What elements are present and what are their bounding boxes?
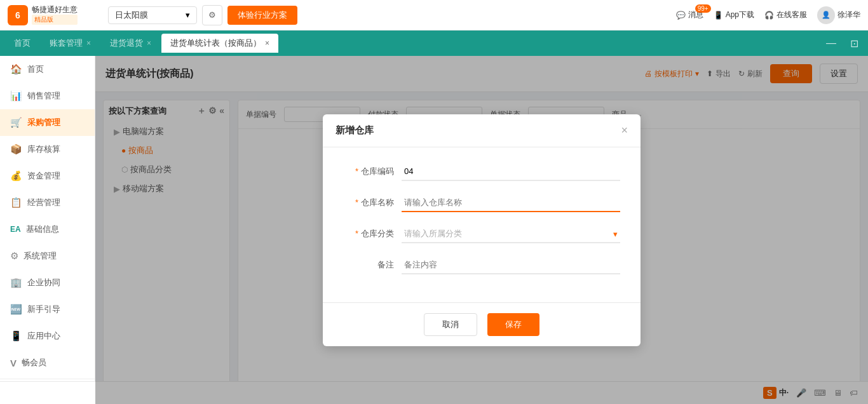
form-row-category: 仓库分类 请输入所属分类 ▾ [343, 225, 620, 243]
settings-icon[interactable]: ⚙ [202, 5, 222, 25]
headset-icon: 🎧 [764, 11, 774, 20]
save-button[interactable]: 保存 [487, 313, 539, 336]
logo-area: 6 畅捷通好生意 精品版 [8, 5, 103, 25]
store-selector[interactable]: 日太阳膜 ▾ [108, 6, 197, 24]
name-input[interactable] [402, 194, 620, 212]
remark-input[interactable] [402, 256, 620, 274]
form-row-remark: 备注 [343, 256, 620, 274]
guide-icon: 🆕 [10, 304, 22, 315]
sidebar-basic-label: 基础信息 [26, 224, 59, 235]
tab-minimize-btn[interactable]: — [822, 34, 840, 52]
top-right-area: 💬 消息 99+ 📱 App下载 🎧 在线客服 👤 徐泽华 [676, 6, 860, 24]
dialog-close-btn[interactable]: × [621, 125, 628, 136]
home-icon: 🏠 [10, 64, 22, 75]
logo-icon: 6 [8, 5, 28, 25]
sidebar: 🏠 首页 📊 销售管理 🛒 采购管理 📦 库存核算 💰 资金管理 📋 经营管理 … [0, 56, 95, 404]
modal-overlay: 新增仓库 × 仓库编码 仓库名称 仓库分类 [95, 56, 868, 404]
sidebar-member-label: 畅会员 [22, 357, 46, 368]
tab-home-label: 首页 [14, 37, 31, 49]
member-icon: V [10, 358, 17, 368]
sales-icon: 📊 [10, 90, 22, 102]
operations-icon: 📋 [10, 197, 22, 208]
tab-bar: 首页 账套管理 × 进货退货 × 进货单统计表（按商品） × — ⊡ [0, 30, 868, 56]
sidebar-item-home[interactable]: 🏠 首页 [0, 56, 95, 83]
sidebar-item-app[interactable]: 📱 应用中心 [0, 323, 95, 349]
sidebar-finance-label: 资金管理 [27, 170, 60, 182]
tab-purchase-stat-close[interactable]: × [265, 39, 269, 48]
main-layout: 🏠 首页 📊 销售管理 🛒 采购管理 📦 库存核算 💰 资金管理 📋 经营管理 … [0, 56, 868, 404]
tab-account-label: 账套管理 [50, 37, 83, 49]
online-service-item[interactable]: 🎧 在线客服 [764, 10, 807, 20]
purchase-icon: 🛒 [10, 117, 22, 128]
enterprise-icon: 🏢 [10, 277, 22, 288]
logo-name: 畅捷通好生意 [32, 5, 78, 15]
notification-badge: 99+ [695, 4, 711, 13]
dialog-title: 新增仓库 [336, 125, 374, 137]
sidebar-item-guide[interactable]: 🆕 新手引导 [0, 296, 95, 323]
message-icon: 💬 [676, 11, 686, 20]
sidebar-item-member[interactable]: V 畅会员 [0, 349, 95, 376]
sidebar-inventory-label: 库存核算 [27, 144, 60, 155]
notification-item[interactable]: 💬 消息 99+ [676, 10, 703, 20]
tab-purchase-return-label: 进货退货 [110, 37, 143, 49]
code-input[interactable] [402, 163, 620, 181]
sidebar-item-sales[interactable]: 📊 销售管理 [0, 83, 95, 109]
finance-icon: 💰 [10, 170, 22, 182]
sidebar-item-basic[interactable]: EA 基础信息 [0, 216, 95, 243]
sidebar-home-label: 首页 [27, 64, 44, 75]
sidebar-item-purchase[interactable]: 🛒 采购管理 [0, 109, 95, 136]
add-warehouse-dialog: 新增仓库 × 仓库编码 仓库名称 仓库分类 [323, 114, 641, 346]
chevron-down-icon: ▾ [186, 10, 190, 20]
store-name: 日太阳膜 [115, 10, 183, 21]
basic-icon: EA [10, 225, 21, 234]
system-icon: ⚙ [10, 250, 18, 262]
app-icon: 📱 [10, 330, 22, 342]
dialog-footer: 取消 保存 [323, 302, 641, 346]
online-service-label: 在线客服 [776, 10, 807, 20]
trial-button[interactable]: 体验行业方案 [227, 6, 297, 25]
sidebar-item-enterprise[interactable]: 🏢 企业协同 [0, 269, 95, 296]
tab-account[interactable]: 账套管理 × [41, 34, 100, 53]
user-item[interactable]: 👤 徐泽华 [817, 6, 860, 24]
tab-purchase-return-close[interactable]: × [147, 39, 151, 48]
category-select-wrap: 请输入所属分类 ▾ [402, 225, 620, 243]
cancel-button[interactable]: 取消 [424, 313, 477, 336]
dialog-header: 新增仓库 × [323, 114, 641, 147]
category-select[interactable]: 请输入所属分类 [402, 225, 620, 243]
username: 徐泽华 [837, 10, 860, 20]
form-row-name: 仓库名称 [343, 194, 620, 212]
top-bar: 6 畅捷通好生意 精品版 日太阳膜 ▾ ⚙ 体验行业方案 💬 消息 99+ 📱 … [0, 0, 868, 30]
app-download-label: App下载 [726, 10, 754, 20]
tab-purchase-stat-label: 进货单统计表（按商品） [170, 37, 261, 49]
sidebar-item-finance[interactable]: 💰 资金管理 [0, 163, 95, 189]
logo-sub: 精品版 [32, 15, 78, 25]
content-area: 进货单统计(按商品) 🖨 按模板打印 ▾ ⬆ 导出 ↻ 刷新 查询 设置 [95, 56, 868, 404]
avatar: 👤 [817, 6, 835, 24]
app-download-item[interactable]: 📱 App下载 [714, 10, 754, 20]
form-row-code: 仓库编码 [343, 163, 620, 181]
sidebar-item-system[interactable]: ⚙ 系统管理 [0, 243, 95, 269]
sidebar-item-inventory[interactable]: 📦 库存核算 [0, 136, 95, 163]
sidebar-operations-label: 经营管理 [27, 197, 60, 208]
name-label: 仓库名称 [343, 197, 394, 208]
tab-bar-right: — ⊡ [822, 34, 863, 52]
sidebar-item-operations[interactable]: 📋 经营管理 [0, 189, 95, 216]
tab-purchase-stat[interactable]: 进货单统计表（按商品） × [161, 34, 278, 53]
sidebar-app-label: 应用中心 [27, 330, 60, 342]
sidebar-purchase-label: 采购管理 [27, 117, 60, 128]
sidebar-enterprise-label: 企业协同 [27, 277, 60, 288]
remark-label: 备注 [343, 259, 394, 271]
download-icon: 📱 [714, 11, 723, 20]
sidebar-sales-label: 销售管理 [27, 90, 60, 102]
tab-expand-btn[interactable]: ⊡ [845, 34, 863, 52]
dialog-body: 仓库编码 仓库名称 仓库分类 请输入所属分类 [323, 147, 641, 302]
tab-purchase-return[interactable]: 进货退货 × [101, 34, 160, 53]
category-label: 仓库分类 [343, 228, 394, 239]
sidebar-guide-label: 新手引导 [27, 304, 60, 315]
sidebar-system-label: 系统管理 [24, 250, 57, 262]
tab-account-close[interactable]: × [86, 39, 91, 48]
tab-home[interactable]: 首页 [5, 34, 39, 53]
inventory-icon: 📦 [10, 144, 22, 155]
code-label: 仓库编码 [343, 166, 394, 177]
